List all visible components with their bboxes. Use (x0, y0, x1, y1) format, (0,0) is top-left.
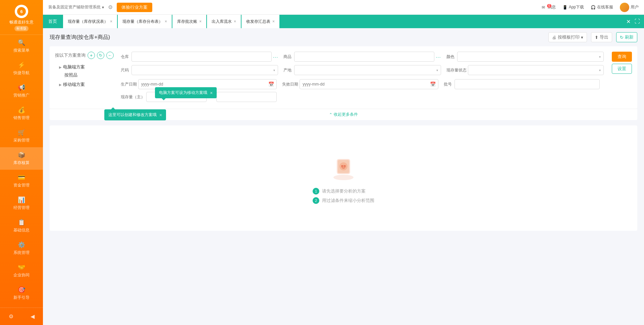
main-content: 现存量查询(按仓库+商品) 🖨 按模板打印 ▾ ⬆ 导出 ↻ 刷新 按以下方案查… (43, 28, 644, 325)
page-title-bar: 现存量查询(按仓库+商品) 🖨 按模板打印 ▾ ⬆ 导出 ↻ 刷新 (43, 28, 644, 46)
exp-date-calendar-icon[interactable]: 📅 (430, 82, 436, 87)
desktop-scheme-children: 按照品 (56, 71, 113, 79)
stock-status-label: 现存量状态 (446, 67, 467, 73)
tab-batch-ledger[interactable]: 库存批次账 × (172, 15, 206, 28)
sidebar-item-system[interactable]: ⚙️ 系统管理 (0, 237, 43, 260)
filter-exp-date: 失效日期 📅 (282, 79, 438, 89)
system-name: 装备及固定资产辅助管理系统 (48, 4, 101, 10)
sidebar-item-search-label: 搜索菜单 (13, 48, 30, 53)
header-gear-icon[interactable]: ⚙ (108, 4, 113, 10)
query-btn[interactable]: 查询 (612, 52, 632, 62)
step-2-num: 2 (313, 197, 319, 204)
stock-status-select[interactable]: ▾ (468, 65, 604, 75)
sidebar-item-basic[interactable]: 📋 基础信息 (0, 215, 43, 237)
sidebar-item-marketing[interactable]: 📢 营销推广 (0, 80, 43, 102)
finance-icon: 💳 (18, 174, 25, 181)
scheme-refresh-btn[interactable]: ↻ (97, 52, 104, 59)
svg-point-2 (333, 175, 354, 180)
collapse-more-label: 收起更多条件 (334, 112, 358, 117)
sidebar-item-purchase[interactable]: 🛒 采购管理 (0, 125, 43, 147)
stock-main-to[interactable] (216, 92, 277, 102)
size-label: 尺码 (121, 67, 130, 73)
filter-stock-status: 现存量状态 ▾ (446, 65, 604, 75)
export-icon: ⬆ (595, 35, 598, 40)
purchase-icon: 🛒 (18, 129, 25, 136)
reset-btn[interactable]: 设置 (612, 64, 632, 74)
tab-in-out-flow[interactable]: 出入库流水 × (207, 15, 241, 28)
refresh-btn[interactable]: ↻ 刷新 (616, 32, 637, 42)
sidebar-item-operation[interactable]: 📊 经营管理 (0, 192, 43, 215)
prod-date-calendar-icon[interactable]: 📅 (268, 82, 274, 87)
avatar (620, 3, 629, 12)
user-label: 用户 (631, 4, 639, 10)
sidebar-item-guide-label: 新手引导 (13, 295, 30, 301)
app-download-label: App下载 (569, 4, 584, 10)
print-label: 按模板打印 (558, 34, 580, 40)
filter-color: 颜色 ▾ (446, 52, 604, 62)
sidebar-item-operation-label: 经营管理 (13, 205, 30, 211)
sidebar-item-finance[interactable]: 💳 资金管理 (0, 170, 43, 192)
edit-tooltip-close[interactable]: × (159, 112, 162, 118)
system-selector[interactable]: 装备及固定资产辅助管理系统 ▾ (48, 4, 104, 10)
warehouse-input[interactable] (131, 52, 272, 62)
tab-inventory-dist[interactable]: 现存量（库存分布表） × (118, 15, 172, 28)
desktop-scheme-label: 电脑端方案 (63, 64, 85, 70)
color-select[interactable]: ▾ (457, 52, 604, 62)
sidebar-item-corp[interactable]: 🤝 企业协同 (0, 260, 43, 282)
exp-date-label: 失效日期 (282, 82, 298, 87)
sidebar-item-inventory[interactable]: 📦 库存核算 (0, 147, 43, 170)
sidebar-item-quick-nav[interactable]: ⚡ 快捷导航 (0, 57, 43, 80)
warehouse-label: 仓库 (121, 54, 130, 60)
mobile-scheme-item[interactable]: ▶ 移动端方案 (56, 80, 113, 89)
app-download-btn[interactable]: 📱 App下载 (562, 4, 584, 10)
export-label: 导出 (600, 34, 608, 40)
tab-home[interactable]: 首页 (43, 15, 62, 28)
tab-recv-send-summary[interactable]: 收发存汇总表 × (241, 15, 279, 28)
tab-batch-ledger-close[interactable]: × (199, 19, 202, 24)
sidebar-item-guide[interactable]: 🎯 新手引导 (0, 282, 43, 305)
online-support-label: 在线客服 (597, 4, 613, 10)
size-select[interactable]: ▾ (131, 65, 278, 75)
filter-goods: 商品 ··· (283, 52, 441, 62)
user-btn[interactable]: 用户 (620, 3, 639, 12)
scheme-tooltip-close[interactable]: × (210, 90, 213, 96)
color-chevron-icon: ▾ (599, 55, 601, 59)
export-btn[interactable]: ⬆ 导出 (591, 32, 612, 42)
empty-illustration (328, 152, 359, 182)
stock-main-label: 现存量（主） (121, 94, 145, 100)
scheme-add-btn[interactable]: + (88, 52, 95, 59)
origin-select[interactable]: ▾ (294, 65, 441, 75)
desktop-scheme-item[interactable]: ▶ 电脑端方案 (56, 63, 113, 71)
origin-label: 产地 (283, 67, 293, 73)
goods-dots[interactable]: ··· (436, 54, 441, 60)
sidebar-item-sales-label: 销售管理 (13, 115, 30, 121)
guide-icon: 🎯 (18, 286, 25, 293)
sidebar-item-sales[interactable]: 💰 销售管理 (0, 102, 43, 125)
industry-btn[interactable]: 体验行业方案 (117, 3, 152, 12)
tabbar-close-btn[interactable]: ✕ (625, 17, 632, 26)
scheme-tree: ▶ 电脑端方案 按照品 ▶ 移动端方案 (56, 63, 113, 89)
tabbar-fullscreen-btn[interactable]: ⛶ (633, 17, 641, 26)
batch-input[interactable] (454, 79, 600, 89)
scheme-back-btn[interactable]: ← (106, 52, 114, 59)
desktop-scheme-child-1[interactable]: 按照品 (62, 71, 113, 79)
tab-in-out-flow-close[interactable]: × (234, 19, 236, 24)
goods-input[interactable] (294, 52, 434, 62)
tab-inventory-dist-close[interactable]: × (165, 19, 167, 24)
tab-recv-send-summary-close[interactable]: × (272, 19, 275, 24)
tab-inventory-status[interactable]: 现存量（库存状况表） × (63, 15, 117, 28)
online-support-btn[interactable]: 🎧 在线客服 (591, 4, 613, 10)
collapse-up-icon: ⌃ (329, 112, 332, 117)
refresh-icon: ↻ (620, 35, 624, 40)
tab-inventory-status-close[interactable]: × (110, 19, 112, 24)
settings-footer-btn[interactable]: ⚙ (7, 312, 15, 321)
exp-date-input[interactable] (300, 79, 438, 89)
empty-step-1: 1 请先选择要分析的方案 (313, 188, 374, 195)
filter-row-1: 按以下方案查询 + ↻ ← 仓库 ··· 商品 ··· (55, 52, 632, 75)
message-btn[interactable]: ✉ 6 消息 (542, 4, 556, 10)
warehouse-dots[interactable]: ··· (273, 54, 278, 60)
collapse-footer-btn[interactable]: ◀ (29, 312, 36, 321)
print-btn[interactable]: 🖨 按模板打印 ▾ (548, 32, 587, 42)
sidebar-item-search[interactable]: 🔍 搜索菜单 (0, 35, 43, 57)
tab-inventory-dist-label: 现存量（库存分布表） (122, 19, 163, 24)
